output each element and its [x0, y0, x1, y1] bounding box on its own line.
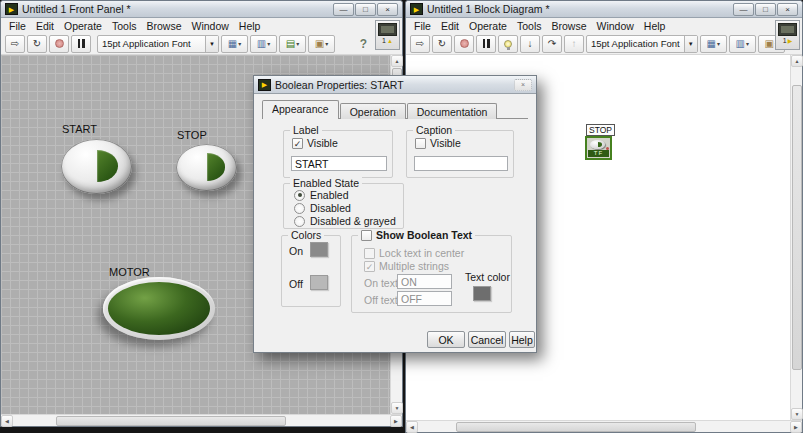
- block-diagram-titlebar[interactable]: ▶ Untitled 1 Block Diagram * — □ ×: [406, 1, 802, 18]
- horizontal-scroll-thumb[interactable]: [456, 422, 696, 432]
- run-continuously-button[interactable]: ↻: [432, 35, 452, 53]
- stop-push-button[interactable]: [176, 144, 237, 191]
- multiple-strings-checkbox[interactable]: ✓ Multiple strings: [364, 260, 449, 272]
- highlight-execution-button[interactable]: [498, 35, 518, 53]
- vertical-scroll-thumb[interactable]: [792, 85, 802, 370]
- pause-button[interactable]: [71, 35, 91, 53]
- scroll-left-button[interactable]: ◀: [406, 421, 418, 433]
- scroll-right-button[interactable]: ▶: [390, 415, 402, 427]
- menu-file[interactable]: File: [409, 20, 436, 32]
- horizontal-scroll-thumb[interactable]: [56, 416, 286, 426]
- menu-browse[interactable]: Browse: [141, 20, 186, 32]
- step-over-button[interactable]: ↷: [542, 35, 562, 53]
- font-selector-arrow-icon[interactable]: ▼: [205, 36, 218, 52]
- minimize-button[interactable]: —: [333, 3, 354, 16]
- label-group: Label ✓ Visible: [283, 130, 393, 178]
- show-boolean-text-checkbox[interactable]: Show Boolean Text: [358, 229, 475, 241]
- radio-icon: [294, 216, 305, 227]
- close-button[interactable]: ×: [777, 3, 798, 16]
- font-selector[interactable]: 15pt Application Font ▼: [97, 35, 219, 53]
- front-panel-horizontal-scrollbar[interactable]: ◀ ▶: [1, 414, 402, 426]
- stop-button-on-glyph: [207, 153, 225, 180]
- menu-tools[interactable]: Tools: [107, 20, 142, 32]
- step-into-button[interactable]: ↓: [520, 35, 540, 53]
- menu-edit[interactable]: Edit: [436, 20, 464, 32]
- menu-help[interactable]: Help: [639, 20, 671, 32]
- tab-documentation[interactable]: Documentation: [407, 103, 498, 119]
- maximize-button[interactable]: □: [355, 3, 376, 16]
- text-color-swatch[interactable]: [473, 286, 491, 301]
- menu-help[interactable]: Help: [234, 20, 266, 32]
- colors-group: Colors On Off: [281, 235, 341, 307]
- off-text-input[interactable]: [397, 291, 452, 306]
- resize-objects-button[interactable]: ▤▾: [279, 35, 306, 53]
- run-button[interactable]: ⇨: [410, 35, 430, 53]
- menu-tools[interactable]: Tools: [512, 20, 547, 32]
- menu-operate[interactable]: Operate: [464, 20, 512, 32]
- close-button[interactable]: ×: [377, 3, 398, 16]
- lock-text-checkbox[interactable]: Lock text in center: [364, 247, 464, 259]
- caption-visible-checkbox[interactable]: Visible: [415, 137, 461, 149]
- stop-terminal[interactable]: TF: [585, 136, 612, 160]
- align-objects-button[interactable]: ▦▾: [700, 35, 727, 53]
- cancel-button[interactable]: Cancel: [468, 331, 506, 348]
- block-diagram-horizontal-scrollbar[interactable]: ◀ ▶: [406, 420, 802, 432]
- distribute-objects-button[interactable]: ▥▾: [250, 35, 277, 53]
- context-help-icon[interactable]: ?: [357, 37, 370, 51]
- lightbulb-icon: [504, 40, 512, 48]
- on-color-swatch[interactable]: [310, 242, 328, 257]
- scroll-up-button[interactable]: ▲: [791, 55, 803, 67]
- dialog-titlebar[interactable]: ▶ Boolean Properties: START ×: [254, 76, 536, 94]
- font-selector-arrow-icon[interactable]: ▼: [684, 36, 697, 52]
- terminal-datatype: TF: [588, 150, 609, 157]
- dialog-title: Boolean Properties: START: [275, 79, 404, 91]
- font-selector[interactable]: 15pt Application Font ▼: [586, 35, 698, 53]
- off-color-swatch[interactable]: [310, 275, 328, 290]
- tab-operation[interactable]: Operation: [340, 103, 406, 119]
- radio-enabled[interactable]: Enabled: [294, 189, 349, 201]
- menu-edit[interactable]: Edit: [31, 20, 59, 32]
- menu-window[interactable]: Window: [187, 20, 234, 32]
- minimize-button[interactable]: —: [733, 3, 754, 16]
- block-diagram-vertical-scrollbar[interactable]: ▲ ▼: [790, 55, 802, 420]
- abort-button[interactable]: [49, 35, 69, 53]
- labview-app-icon: ▶: [258, 79, 271, 91]
- scroll-up-button[interactable]: ▲: [391, 55, 403, 67]
- reorder-objects-button[interactable]: ▣▾: [308, 35, 335, 53]
- abort-button[interactable]: [454, 35, 474, 53]
- scroll-right-button[interactable]: ▶: [790, 421, 802, 433]
- on-text-input[interactable]: [397, 274, 452, 289]
- radio-disabled[interactable]: Disabled: [294, 202, 351, 214]
- menu-operate[interactable]: Operate: [59, 20, 107, 32]
- run-continuously-button[interactable]: ↻: [27, 35, 47, 53]
- font-selector-value: 15pt Application Font: [587, 38, 684, 49]
- menu-browse[interactable]: Browse: [546, 20, 591, 32]
- scroll-down-button[interactable]: ▼: [791, 408, 803, 420]
- run-button[interactable]: ⇨: [5, 35, 25, 53]
- align-objects-button[interactable]: ▦▾: [221, 35, 248, 53]
- help-button[interactable]: Help: [509, 331, 535, 348]
- dialog-close-button[interactable]: ×: [514, 79, 532, 91]
- radio-disabled-grayed[interactable]: Disabled & grayed: [294, 215, 396, 227]
- label-text-input[interactable]: [291, 156, 387, 171]
- vi-corner-icon[interactable]: 1▶: [775, 20, 800, 50]
- front-panel-titlebar[interactable]: ▶ Untitled 1 Front Panel * — □ ×: [1, 1, 402, 18]
- caption-text-input[interactable]: [414, 156, 508, 171]
- label-visible-checkbox[interactable]: ✓ Visible: [292, 137, 338, 149]
- vi-corner-icon[interactable]: 1▲: [375, 20, 400, 50]
- start-push-button[interactable]: [61, 139, 132, 194]
- menu-window[interactable]: Window: [592, 20, 639, 32]
- scroll-down-button[interactable]: ▼: [391, 402, 403, 414]
- pause-button[interactable]: [476, 35, 496, 53]
- dialog-tabstrip: Appearance Operation Documentation: [262, 102, 528, 119]
- checkbox-icon: ✓: [292, 138, 303, 149]
- ok-button[interactable]: OK: [427, 331, 465, 348]
- motor-led[interactable]: [103, 277, 215, 340]
- distribute-objects-button[interactable]: ▥▾: [729, 35, 756, 53]
- step-out-button[interactable]: ↑: [564, 35, 584, 53]
- tab-appearance[interactable]: Appearance: [262, 100, 339, 119]
- scroll-left-button[interactable]: ◀: [1, 415, 13, 427]
- labview-app-icon: ▶: [5, 3, 18, 15]
- menu-file[interactable]: File: [4, 20, 31, 32]
- maximize-button[interactable]: □: [755, 3, 776, 16]
